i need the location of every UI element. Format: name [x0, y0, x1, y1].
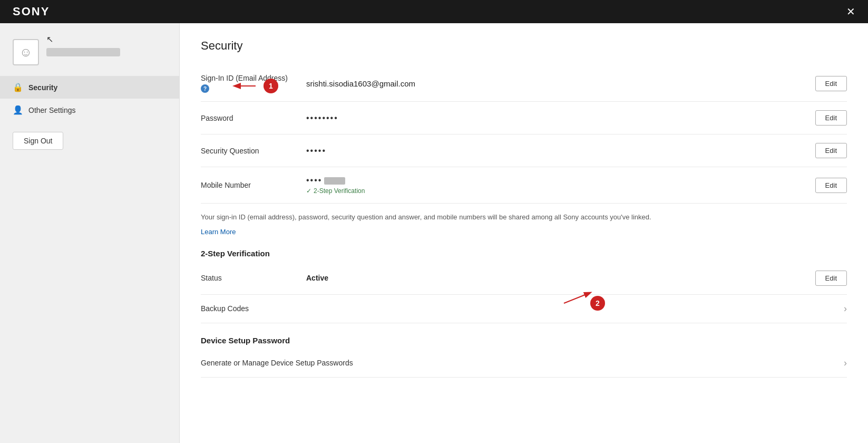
- sign-out-button[interactable]: Sign Out: [13, 132, 63, 150]
- close-button[interactable]: ✕: [846, 6, 855, 17]
- signin-id-value: srishti.sisodia1603@gmail.com: [306, 79, 815, 88]
- device-setup-row[interactable]: Generate or Manage Device Setup Password…: [201, 349, 847, 378]
- mobile-number-edit-button[interactable]: Edit: [815, 178, 847, 193]
- security-question-label: Security Question: [201, 147, 306, 155]
- avatar-section: ☺: [0, 34, 179, 76]
- sidebar-item-security[interactable]: 🔒 Security: [0, 76, 179, 99]
- top-bar: SONY ✕: [0, 0, 868, 23]
- password-row: Password •••••••• Edit: [201, 102, 847, 134]
- page-title: Security: [201, 39, 847, 53]
- avatar: ☺: [13, 39, 39, 65]
- lock-icon: 🔒: [13, 82, 23, 92]
- device-setup-section-title: Device Setup Password: [201, 336, 847, 345]
- signin-id-edit-button[interactable]: Edit: [815, 76, 847, 91]
- security-question-row: Security Question ••••• Edit: [201, 134, 847, 167]
- mobile-field-wrap: •••• ✓ 2-Step Verification: [306, 176, 815, 195]
- sony-logo: SONY: [13, 5, 50, 18]
- mobile-blur: [324, 177, 345, 185]
- learn-more-link[interactable]: Learn More: [201, 228, 236, 236]
- chevron-right-icon: ›: [844, 303, 847, 314]
- check-icon: ✓: [306, 187, 311, 195]
- sidebar-item-other-settings-label: Other Settings: [28, 106, 76, 114]
- signin-id-label: Sign-In ID (Email Address) ?: [201, 74, 306, 93]
- mobile-dots-row: ••••: [306, 176, 815, 185]
- mobile-number-row: Mobile Number •••• ✓ 2-Step Verification…: [201, 167, 847, 204]
- sidebar: ☺ 🔒 Security 👤 Other Settings Sign Out: [0, 23, 179, 443]
- security-question-edit-button[interactable]: Edit: [815, 143, 847, 158]
- two-step-badge: ✓ 2-Step Verification: [306, 187, 815, 195]
- password-value: ••••••••: [306, 113, 815, 123]
- two-step-edit-button[interactable]: Edit: [815, 271, 847, 286]
- password-edit-button[interactable]: Edit: [815, 110, 847, 126]
- mobile-number-label: Mobile Number: [201, 181, 306, 189]
- person-icon: 👤: [13, 105, 23, 115]
- content-area: Security Sign-In ID (Email Address) ? sr…: [179, 23, 868, 443]
- security-question-value: •••••: [306, 146, 815, 156]
- device-setup-label: Generate or Manage Device Setup Password…: [201, 359, 844, 367]
- password-label: Password: [201, 114, 306, 122]
- two-step-section-title: 2-Step Verification: [201, 249, 847, 258]
- mobile-number-value: •••• ✓ 2-Step Verification: [306, 176, 815, 195]
- avatar-name-placeholder: [46, 48, 120, 56]
- signin-id-row: Sign-In ID (Email Address) ? srishti.sis…: [201, 65, 847, 102]
- info-text: Your sign-in ID (email address), passwor…: [201, 212, 847, 223]
- info-icon[interactable]: ?: [201, 84, 209, 93]
- status-value: Active: [306, 274, 815, 282]
- sidebar-item-other-settings[interactable]: 👤 Other Settings: [0, 99, 179, 121]
- backup-codes-row[interactable]: Backup Codes ›: [201, 295, 847, 323]
- sidebar-item-security-label: Security: [28, 83, 57, 92]
- status-label: Status: [201, 274, 306, 282]
- two-step-status-row: Status Active Edit: [201, 262, 847, 295]
- chevron-right-icon-2: ›: [844, 358, 847, 369]
- main-container: ☺ 🔒 Security 👤 Other Settings Sign Out S…: [0, 23, 868, 443]
- backup-codes-label: Backup Codes: [201, 304, 844, 313]
